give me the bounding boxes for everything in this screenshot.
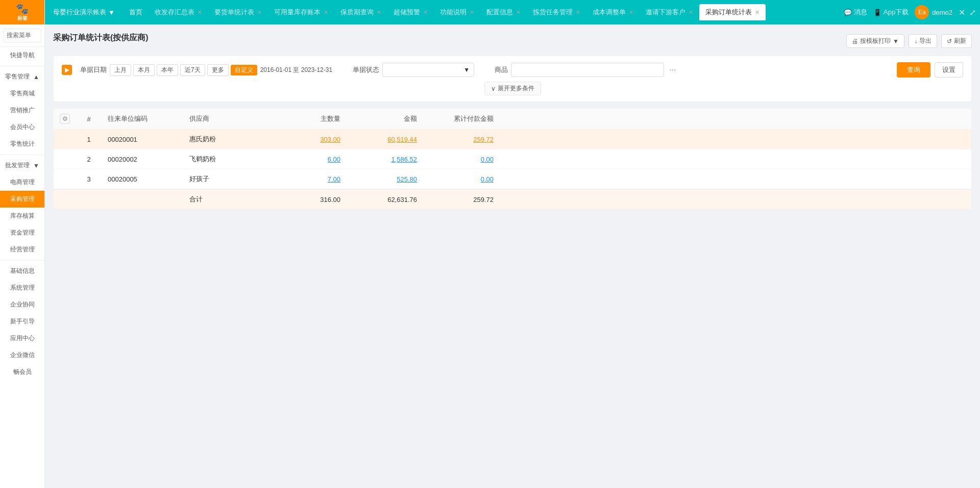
settings-button[interactable]: 设置: [935, 62, 963, 78]
search-menu-button[interactable]: 搜索菜单: [3, 29, 41, 42]
tab-close-icon[interactable]: ✕: [689, 9, 693, 16]
tab-purchase-stats[interactable]: 采购订单统计表 ✕: [699, 4, 766, 20]
filter-goods-input[interactable]: [511, 63, 664, 77]
sidebar-item-retail-mgmt[interactable]: 零售管理 ▲: [0, 68, 44, 85]
filter-last7-btn[interactable]: 近7天: [180, 64, 205, 76]
filter-this-month-btn[interactable]: 本月: [133, 64, 155, 76]
sidebar-divider-3: [0, 260, 44, 261]
td-qty-2[interactable]: 6.00: [285, 149, 347, 169]
tab-invite[interactable]: 邀请下游客户 ✕: [640, 4, 699, 20]
filter-toggle-button[interactable]: ▶: [62, 65, 72, 75]
app-download-button[interactable]: 📱 App下载: [873, 8, 909, 17]
tab-collect-pay[interactable]: 收发存汇总表 ✕: [149, 4, 208, 20]
sidebar-item-wholesale[interactable]: 批发管理 ▼: [0, 157, 44, 174]
refresh-label: 刷新: [954, 37, 966, 45]
tab-warranty[interactable]: 保质期查询 ✕: [334, 4, 387, 20]
sidebar-item-enterprise-wechat[interactable]: 企业微信: [0, 347, 44, 364]
maximize-window-button[interactable]: ⤢: [969, 8, 976, 17]
tab-available-stock[interactable]: 可用量库存账本 ✕: [268, 4, 334, 20]
sidebar-item-marketing[interactable]: 营销推广: [0, 102, 44, 119]
tab-close-icon[interactable]: ✕: [470, 9, 474, 16]
column-settings-icon[interactable]: ⚙: [60, 114, 70, 124]
messages-button[interactable]: 💬 消息: [844, 8, 867, 17]
tab-close-icon[interactable]: ✕: [516, 9, 521, 16]
tab-cost-adj[interactable]: 成本调整单 ✕: [586, 4, 640, 20]
export-button[interactable]: ↓ 导出: [909, 34, 937, 48]
user-name: demo2: [932, 9, 952, 16]
sidebar-item-ops[interactable]: 经营管理: [0, 241, 44, 258]
tab-pick-task[interactable]: 拣货任务管理 ✕: [527, 4, 586, 20]
td-supplier-3: 好孩子: [183, 169, 285, 190]
expand-more-button[interactable]: ∨ 展开更多条件: [484, 82, 541, 95]
refresh-button[interactable]: ↺ 刷新: [941, 34, 972, 48]
td-amount-2[interactable]: 1,586.52: [347, 149, 423, 169]
sidebar-item-ecommerce[interactable]: 电商管理: [0, 174, 44, 191]
tab-close-icon[interactable]: ✕: [377, 9, 381, 16]
chevron-down-icon: ▲: [33, 73, 39, 81]
account-dropdown[interactable]: 母婴行业演示账表 ▼: [49, 8, 119, 17]
data-table-container: ⚙ # 往来单位编码 供应商 主数量 金额 累计付款金额: [53, 108, 972, 210]
td-code-3: 00020005: [102, 169, 183, 190]
sidebar-item-app-center[interactable]: 应用中心: [0, 330, 44, 347]
td-paid-2[interactable]: 0.00: [423, 149, 500, 169]
tab-overstock[interactable]: 超储预警 ✕: [387, 4, 434, 20]
td-amount-3[interactable]: 525.80: [347, 169, 423, 190]
td-qty-1[interactable]: 303.00: [285, 130, 347, 149]
sidebar-item-vip[interactable]: 畅会员: [0, 364, 44, 380]
sidebar-item-label: 快捷导航: [10, 51, 35, 60]
td-paid-3[interactable]: 0.00: [423, 169, 500, 190]
tab-close-icon[interactable]: ✕: [576, 9, 580, 16]
filter-more-date-btn[interactable]: 更多: [207, 64, 229, 76]
app-logo: 🐾 标签: [0, 0, 44, 24]
tab-close-active-icon[interactable]: ✕: [755, 9, 760, 16]
td-index-3: 3: [76, 169, 102, 190]
filter-goods-item: 商品 ···: [495, 63, 678, 77]
filter-row-1: ▶ 单据日期 上月 本月 本年 近7天 更多 自定义 2016-01-01 至 …: [62, 62, 963, 78]
sidebar-item-enterprise[interactable]: 企业协同: [0, 296, 44, 313]
user-area[interactable]: Ea demo2: [915, 5, 952, 19]
sidebar-item-label: 畅会员: [13, 368, 32, 376]
refresh-icon: ↺: [947, 38, 952, 45]
sidebar-item-inventory[interactable]: 库存核算: [0, 208, 44, 224]
sidebar-item-purchase[interactable]: 采购管理: [0, 191, 44, 208]
filter-status-select[interactable]: ▼: [382, 63, 474, 77]
sidebar-item-label: 资金管理: [10, 228, 35, 237]
tab-feature[interactable]: 功能说明 ✕: [434, 4, 480, 20]
search-button[interactable]: 查询: [897, 62, 930, 78]
td-amount-1[interactable]: 60,519.44: [347, 130, 423, 149]
sidebar-item-label: 会员中心: [10, 123, 35, 132]
filter-last-month-btn[interactable]: 上月: [110, 64, 131, 76]
sidebar-divider-2: [0, 155, 44, 155]
filter-this-year-btn[interactable]: 本年: [157, 64, 178, 76]
tab-close-icon[interactable]: ✕: [629, 9, 633, 16]
tab-close-icon[interactable]: ✕: [423, 9, 428, 16]
tab-close-icon[interactable]: ✕: [324, 9, 328, 16]
td-qty-3[interactable]: 7.00: [285, 169, 347, 190]
td-index-2: 2: [76, 149, 102, 169]
tab-home[interactable]: 首页: [123, 4, 149, 20]
sidebar-item-retail-stats[interactable]: 零售统计: [0, 136, 44, 152]
tab-close-icon[interactable]: ✕: [198, 9, 202, 16]
close-window-button[interactable]: ✕: [959, 8, 965, 17]
td-paid-1[interactable]: 259.72: [423, 130, 500, 149]
tab-config[interactable]: 配置信息 ✕: [480, 4, 527, 20]
tab-goods-stats[interactable]: 要货单统计表 ✕: [208, 4, 268, 20]
sidebar-item-shortcut[interactable]: 快捷导航: [0, 47, 44, 64]
sidebar-item-system[interactable]: 系统管理: [0, 279, 44, 296]
avatar: Ea: [915, 5, 929, 19]
sidebar-item-finance[interactable]: 资金管理: [0, 224, 44, 241]
sidebar-item-basic-info[interactable]: 基础信息: [0, 263, 44, 279]
export-label: 导出: [919, 37, 932, 45]
tab-label: 邀请下游客户: [646, 8, 685, 17]
sidebar-item-label: 电商管理: [10, 178, 35, 187]
filter-custom-tag[interactable]: 自定义: [231, 65, 257, 75]
sidebar-item-retail-shop[interactable]: 零售商城: [0, 85, 44, 102]
td-supplier-2: 飞鹤奶粉: [183, 149, 285, 169]
sidebar-item-guide[interactable]: 新手引导: [0, 313, 44, 330]
filter-ellipsis[interactable]: ···: [669, 65, 676, 74]
tab-close-icon[interactable]: ✕: [257, 9, 262, 16]
filter-status-label: 单据状态: [353, 65, 379, 74]
sidebar-item-member[interactable]: 会员中心: [0, 119, 44, 136]
app-download-label: App下载: [884, 8, 909, 17]
print-button[interactable]: 🖨 按模板打印 ▼: [846, 34, 904, 48]
